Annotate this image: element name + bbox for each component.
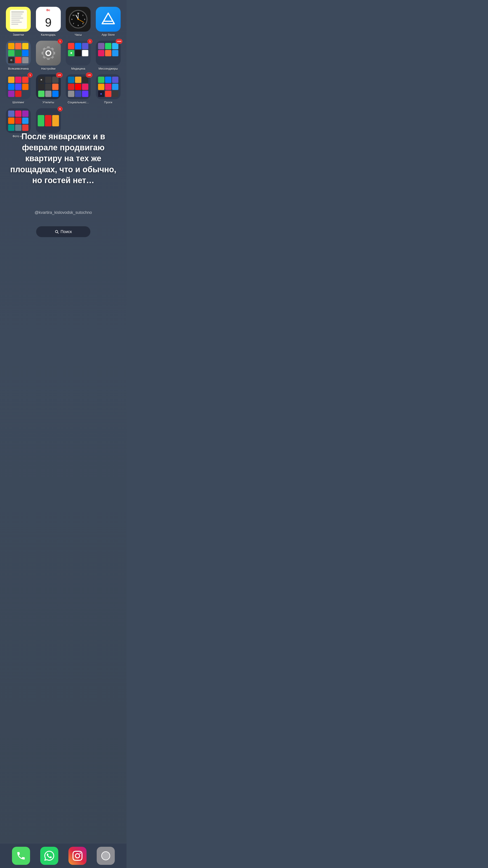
clock-label: Часы xyxy=(74,33,82,37)
app-row-2: Всякаявсячина 1 Настройки 1 xyxy=(4,41,122,70)
search-bar[interactable]: Поиск xyxy=(36,226,90,237)
home-screen: Заметки Вс 9 Календарь 12 1 11 3 9 5 xyxy=(0,0,127,868)
calendar-label: Календарь xyxy=(41,33,56,37)
folder9-badge: 6 xyxy=(58,106,63,112)
dock-item-4[interactable] xyxy=(97,847,115,865)
calendar-app[interactable]: Вс 9 Календарь xyxy=(35,7,62,37)
utility-folder[interactable]: 128 Утилиты xyxy=(35,74,62,104)
settings-app[interactable]: 1 Настройки xyxy=(35,41,62,70)
settings-icon: 1 xyxy=(36,41,61,66)
meditsina-folder[interactable]: 1 Медицина xyxy=(64,41,92,70)
calendar-icon: Вс 9 xyxy=(36,7,61,32)
dock-whatsapp[interactable] xyxy=(40,847,58,865)
social-folder[interactable]: 130 Социальныес... xyxy=(64,74,92,104)
progi-label: Проги xyxy=(104,101,112,104)
clock-icon: 12 1 11 3 9 5 7 6 xyxy=(66,7,91,32)
messengers-badge: 1668 xyxy=(116,39,123,44)
appstore-icon xyxy=(96,7,121,32)
shopping-badge: 1 xyxy=(28,72,33,78)
social-label: Социальныес... xyxy=(68,101,89,104)
meditsina-badge: 1 xyxy=(88,39,92,44)
progi-folder[interactable]: Проги xyxy=(94,74,122,104)
calendar-day-name: Вс xyxy=(36,7,61,13)
clock-app[interactable]: 12 1 11 3 9 5 7 6 Часы xyxy=(64,7,92,37)
search-bar-container: Поиск xyxy=(4,222,122,244)
settings-badge: 1 xyxy=(58,39,63,44)
dock-phone[interactable] xyxy=(12,847,30,865)
vsyakaya-folder[interactable]: Всякаявсячина xyxy=(4,41,32,70)
utility-badge: 128 xyxy=(56,72,63,78)
social-badge: 130 xyxy=(86,72,92,78)
calendar-day-num: 9 xyxy=(45,13,52,32)
dock xyxy=(0,843,127,868)
notes-icon xyxy=(6,7,31,32)
appstore-app[interactable]: App Store xyxy=(94,7,122,37)
second-hand xyxy=(78,19,84,23)
phone-icon xyxy=(16,851,26,861)
instagram-icon xyxy=(72,851,83,861)
social-icon: 130 xyxy=(66,74,91,99)
app-row-1: Заметки Вс 9 Календарь 12 1 11 3 9 5 xyxy=(4,7,122,37)
messengers-icon: 1668 xyxy=(96,41,121,66)
meditsina-icon: 1 xyxy=(66,41,91,66)
overlay-text: После январских и в феврале продвигаю кв… xyxy=(0,131,127,186)
search-label: Поиск xyxy=(61,229,72,234)
messengers-label: Мессенджеры xyxy=(98,67,118,70)
svg-line-2 xyxy=(57,232,58,234)
notes-app[interactable]: Заметки xyxy=(4,7,32,37)
notes-label: Заметки xyxy=(13,33,24,37)
vsyakaya-label: Всякаявсячина xyxy=(8,67,29,70)
minute-hand xyxy=(78,13,78,19)
settings-label: Настройки xyxy=(41,67,56,70)
foto-icon xyxy=(6,108,31,133)
dock4-icon xyxy=(101,851,111,861)
dock-instagram[interactable] xyxy=(68,847,87,865)
messengers-folder[interactable]: 1668 Мессенджеры xyxy=(94,41,122,70)
vsyakaya-icon xyxy=(6,41,31,66)
meditsina-label: Медицина xyxy=(71,67,85,70)
app-row-3: 1 Шоппинг 128 xyxy=(4,74,122,104)
progi-icon xyxy=(96,74,121,99)
shopping-label: Шоппинг xyxy=(12,101,24,104)
appstore-label: App Store xyxy=(102,33,115,37)
shopping-icon: 1 xyxy=(6,74,31,99)
username: @kvartira_kislovodsk_sutochno xyxy=(4,210,122,222)
folder9-icon: 6 xyxy=(36,108,61,133)
shopping-folder[interactable]: 1 Шоппинг xyxy=(4,74,32,104)
utility-icon: 128 xyxy=(36,74,61,99)
whatsapp-icon xyxy=(44,851,54,861)
utility-label: Утилиты xyxy=(42,101,54,104)
search-icon xyxy=(55,230,59,234)
